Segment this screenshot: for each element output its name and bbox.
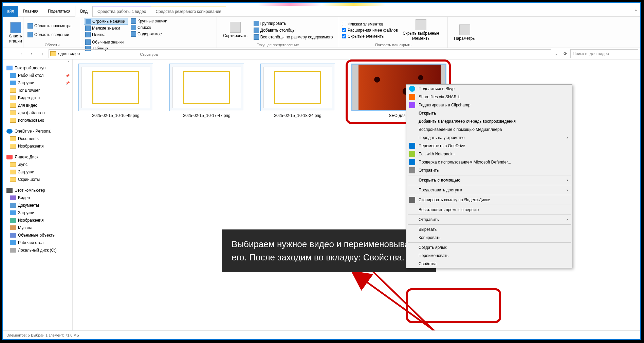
- recent-button[interactable]: ▾: [27, 49, 36, 58]
- breadcrumb[interactable]: › для видео: [49, 49, 551, 58]
- layout-large[interactable]: Крупные значки: [129, 18, 173, 24]
- sidebar-item[interactable]: Объемные объекты: [3, 231, 72, 239]
- file-name: 2025-02-15_10-17-47.png: [183, 113, 230, 118]
- navigation-sidebar[interactable]: ˄ Быстрый доступ Рабочий стол📌Загрузки📌T…: [3, 59, 73, 330]
- layout-list[interactable]: Список: [129, 24, 173, 31]
- up-button[interactable]: ↑: [38, 49, 47, 58]
- sidebar-item[interactable]: Tor Browser: [3, 87, 72, 94]
- sidebar-item[interactable]: для файлов тг: [3, 109, 72, 117]
- sidebar-item[interactable]: Видео дзен: [3, 94, 72, 102]
- file-item[interactable]: 2025-02-15_10-17-47.png: [168, 64, 246, 118]
- ctx-onedrive[interactable]: Переместить в OneDrive: [406, 142, 572, 150]
- sidebar-item[interactable]: Музыка: [3, 224, 72, 231]
- folder-icon: [10, 103, 16, 108]
- checkbox-extensions[interactable]: Расширения имен файлов: [342, 28, 398, 33]
- sidebar-item[interactable]: для видео: [3, 102, 72, 109]
- ctx-cast[interactable]: Передать на устройство›: [406, 134, 572, 142]
- sidebar-yandex-disk[interactable]: Яндекс.Диск: [3, 153, 72, 161]
- sort-button[interactable]: Сортировать: [220, 18, 251, 42]
- yandex-icon: [6, 155, 13, 159]
- checkbox-item-checkboxes[interactable]: Флажки элементов: [342, 21, 398, 27]
- ctx-send[interactable]: Отправить: [406, 166, 572, 174]
- sidebar-item[interactable]: Рабочий стол📌: [3, 72, 72, 79]
- crumb-folder[interactable]: для видео: [60, 51, 80, 56]
- ctx-copy[interactable]: Копировать: [406, 234, 572, 242]
- sidebar-item[interactable]: .sync: [3, 161, 72, 168]
- tab-backup-tools[interactable]: Средства резервного копирования: [151, 6, 226, 17]
- checkbox-hidden[interactable]: Скрытые элементы: [342, 34, 398, 39]
- layout-medium[interactable]: Обычные значки: [84, 39, 128, 45]
- sidebar-item[interactable]: Рабочий стол: [3, 239, 72, 246]
- sidebar-item[interactable]: Видео: [3, 194, 72, 202]
- sidebar-item[interactable]: Documents: [3, 135, 72, 142]
- options-button[interactable]: Параметры: [450, 18, 479, 48]
- sidebar-onedrive[interactable]: OneDrive - Personal: [3, 127, 72, 135]
- ctx-media-queue[interactable]: Добавить в Медиаплеер очередь воспроизве…: [406, 117, 572, 125]
- hide-selected-button[interactable]: Скрыть выбранные элементы: [399, 18, 443, 42]
- sidebar-item[interactable]: Изображения: [3, 217, 72, 224]
- ctx-notepadpp[interactable]: Edit with Notepad++: [406, 150, 572, 158]
- refresh-icon[interactable]: ⟳: [562, 50, 569, 57]
- ctx-openwith[interactable]: Открыть с помощью›: [406, 176, 572, 184]
- ctx-yandex-link[interactable]: Скопировать ссылку на Яндекс.Диске: [406, 196, 572, 204]
- ribbon: бласть игации Область просмотра Область …: [3, 17, 640, 48]
- ctx-skype[interactable]: Поделиться в Skyp: [406, 85, 572, 93]
- layout-tiles[interactable]: Плитка: [84, 32, 128, 38]
- layout-small[interactable]: Мелкие значки: [84, 25, 128, 31]
- tab-file[interactable]: айл: [3, 6, 18, 17]
- sidebar-item[interactable]: Изображения: [3, 142, 72, 150]
- sidebar-collapse-icon[interactable]: ˄: [3, 61, 72, 64]
- tab-video-tools[interactable]: Средства работы с видео: [93, 6, 151, 17]
- folder-icon: [10, 233, 16, 238]
- context-menu: Поделиться в Skyp Share files via SHAR i…: [406, 84, 572, 268]
- ctx-access[interactable]: Предоставить доступ к›: [406, 186, 572, 194]
- ctx-rename[interactable]: Переименовать: [406, 252, 572, 260]
- sidebar-this-pc[interactable]: Этот компьютер: [3, 187, 72, 194]
- sidebar-item[interactable]: Загрузки: [3, 168, 72, 176]
- chevron-right-icon: ›: [567, 217, 568, 222]
- ctx-properties[interactable]: Свойства: [406, 260, 572, 268]
- sidebar-item[interactable]: Загрузки📌: [3, 79, 72, 87]
- group-button[interactable]: Группировать: [252, 20, 334, 27]
- fit-columns-button[interactable]: Все столбцы по размеру содержимого: [252, 34, 334, 40]
- nav-pane-label: бласть игации: [9, 34, 22, 44]
- sidebar-item[interactable]: Документы: [3, 202, 72, 209]
- ribbon-tabs: айл Главная Поделиться Вид Средства рабо…: [3, 6, 640, 17]
- search-input[interactable]: Поиск в: для видео: [570, 49, 638, 58]
- preview-pane-button[interactable]: Область просмотра: [26, 23, 73, 29]
- details-pane-button[interactable]: Область сведений: [26, 32, 73, 38]
- file-item[interactable]: 2025-02-15_10-18-24.png: [259, 64, 337, 118]
- path-dropdown-icon[interactable]: ⌄: [553, 50, 560, 57]
- ctx-clipchamp[interactable]: Редактировать в Clipchamp: [406, 101, 572, 109]
- ctx-defender[interactable]: Проверка с использованием Microsoft Defe…: [406, 158, 572, 166]
- folder-icon: [10, 110, 16, 115]
- folder-icon: [10, 170, 16, 174]
- sidebar-item[interactable]: использовано: [3, 117, 72, 124]
- forward-button[interactable]: →: [16, 49, 25, 58]
- add-columns-button[interactable]: Добавить столбцы: [252, 27, 334, 33]
- ctx-media-play[interactable]: Воспроизведение с помощью Медиаплеера: [406, 125, 572, 134]
- tab-view[interactable]: Вид: [75, 6, 93, 17]
- ribbon-minimize-icon[interactable]: ^: [631, 9, 640, 14]
- back-button[interactable]: ←: [5, 49, 15, 58]
- ctx-open[interactable]: Открыть: [406, 109, 572, 117]
- ctx-shareit[interactable]: Share files via SHAR it: [406, 93, 572, 101]
- ctx-cut[interactable]: Вырезать: [406, 225, 572, 234]
- nav-pane-button[interactable]: бласть игации: [6, 18, 25, 48]
- sidebar-item[interactable]: Локальный диск (C:): [3, 246, 72, 254]
- folder-icon: [10, 136, 16, 141]
- file-item[interactable]: 2025-02-15_10-16-49.png: [77, 64, 155, 118]
- layout-content[interactable]: Содержимое: [129, 31, 173, 37]
- folder-icon: [10, 81, 16, 85]
- tab-home[interactable]: Главная: [18, 6, 43, 17]
- sidebar-item[interactable]: Загрузки: [3, 209, 72, 217]
- ctx-restore[interactable]: Восстановить прежнюю версию: [406, 206, 572, 214]
- tab-share[interactable]: Поделиться: [43, 6, 75, 17]
- ctx-shortcut[interactable]: Создать ярлык: [406, 243, 572, 252]
- layout-huge[interactable]: Огромные значки: [84, 18, 128, 25]
- sidebar-item[interactable]: Скриншоты: [3, 176, 72, 183]
- sidebar-quick-access[interactable]: Быстрый доступ: [3, 64, 72, 72]
- ctx-sendto[interactable]: Отправить›: [406, 216, 572, 224]
- image-thumbnail: [78, 64, 153, 111]
- folder-icon: [10, 96, 16, 100]
